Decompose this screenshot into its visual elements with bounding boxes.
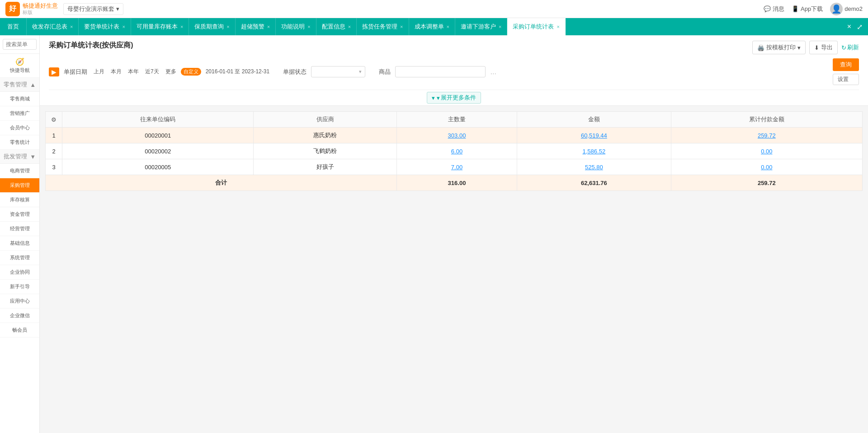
tab-invite-downstream[interactable]: 邀请下游客户 × [455, 18, 507, 35]
cell-amount[interactable]: 1,586.52 [517, 143, 671, 159]
top-bar-right: 💬 消息 📱 App下载 👤 demo2 [764, 3, 863, 15]
cell-code: 00020005 [62, 159, 254, 175]
tab-picking-task[interactable]: 拣货任务管理 × [357, 18, 409, 35]
table-header-row: ⚙ 往来单位编码 供应商 主数量 金额 累计付款金额 [46, 112, 863, 128]
close-icon[interactable]: × [267, 24, 270, 29]
sidebar-item-marketing[interactable]: 营销推广 [0, 106, 39, 121]
sidebar: 🧭 快捷导航 零售管理 ▲ 零售商城 营销推广 会员中心 零售统计 批发管理 ▼… [0, 35, 40, 433]
sidebar-item-sys-mgmt[interactable]: 系统管理 [0, 251, 39, 265]
table-row: 2 00020002 飞鹤奶粉 6.00 1,586.52 0.00 [46, 143, 863, 159]
main-layout: 🧭 快捷导航 零售管理 ▲ 零售商城 营销推广 会员中心 零售统计 批发管理 ▼… [0, 35, 868, 433]
goods-input[interactable] [395, 66, 486, 77]
sidebar-item-ecommerce-mgmt[interactable]: 电商管理 [0, 164, 39, 178]
cell-paid-amount[interactable]: 259.72 [671, 128, 862, 143]
tab-config-info[interactable]: 配置信息 × [316, 18, 357, 35]
arrow-icon: ▲ [30, 81, 36, 88]
tab-available-stock[interactable]: 可用量库存账本 × [131, 18, 189, 35]
page-header: 采购订单统计表(按供应商) 🖨️ 按模板打印 ▾ ⬇ 导出 ↻ 刷新 [40, 35, 868, 106]
sidebar-item-retail-mall[interactable]: 零售商城 [0, 92, 39, 106]
cell-quantity[interactable]: 6.00 [396, 143, 517, 159]
close-icon[interactable]: × [226, 24, 229, 29]
maximize-button[interactable]: ⤢ [855, 23, 864, 31]
query-button[interactable]: 查询 [833, 58, 859, 71]
cell-quantity[interactable]: 303.00 [396, 128, 517, 143]
sidebar-item-quick-nav[interactable]: 🧭 快捷导航 [0, 54, 39, 78]
sidebar-item-wholesale-mgmt[interactable]: 批发管理 ▼ [0, 150, 39, 164]
sidebar-item-finance-mgmt[interactable]: 资金管理 [0, 207, 39, 222]
data-table: ⚙ 往来单位编码 供应商 主数量 金额 累计付款金额 1 00020001 惠氏… [45, 111, 863, 191]
nav-tabs-actions: × ⤢ [845, 23, 868, 31]
refresh-button[interactable]: ↻ 刷新 [841, 43, 859, 52]
cell-supplier: 飞鹤奶粉 [254, 143, 397, 159]
expand-more-button[interactable]: ▾ ▾ 展开更多条件 [427, 92, 481, 104]
close-icon[interactable]: × [70, 24, 73, 29]
cell-code: 00020001 [62, 128, 254, 143]
close-icon[interactable]: × [307, 24, 310, 29]
export-button[interactable]: ⬇ 导出 [809, 41, 838, 54]
sidebar-item-vip[interactable]: 畅会员 [0, 323, 39, 338]
close-icon[interactable]: × [180, 24, 183, 29]
footer-label: 合计 [46, 175, 397, 191]
chevron-down-icon: ▾ [116, 5, 119, 12]
status-select[interactable] [311, 66, 365, 77]
table-footer-row: 合计 316.00 62,631.76 259.72 [46, 175, 863, 191]
sidebar-item-member-center[interactable]: 会员中心 [0, 121, 39, 135]
tab-cost-adjust[interactable]: 成本调整单 × [409, 18, 455, 35]
filter-toggle-button[interactable]: ▶ [49, 67, 59, 76]
tab-purchase-order-summary[interactable]: 采购订单统计表 × [507, 18, 565, 35]
sidebar-item-purchase-mgmt[interactable]: 采购管理 [0, 178, 39, 193]
top-bar: 好 畅捷通好生意 标版 母婴行业演示账套 ▾ 💬 消息 📱 App下载 👤 de… [0, 0, 868, 18]
tab-home[interactable]: 首页 [0, 18, 27, 35]
cell-amount[interactable]: 60,519.44 [517, 128, 671, 143]
sidebar-item-ops-mgmt[interactable]: 经营管理 [0, 222, 39, 236]
cell-paid-amount[interactable]: 0.00 [671, 159, 862, 175]
sidebar-item-retail-stats[interactable]: 零售统计 [0, 135, 39, 150]
col-supplier: 供应商 [254, 112, 397, 128]
logo: 好 畅捷通好生意 标版 [5, 2, 58, 16]
date-range-text: 2016-01-01 至 2023-12-31 [206, 68, 269, 76]
date-more[interactable]: 更多 [164, 67, 178, 76]
tab-purchase-summary[interactable]: 要货单统计表 × [79, 18, 131, 35]
close-icon[interactable]: × [447, 24, 449, 29]
col-settings[interactable]: ⚙ [46, 112, 62, 128]
tab-overstock-alert[interactable]: 超储预警 × [236, 18, 276, 35]
close-icon[interactable]: × [348, 24, 351, 29]
sidebar-item-inventory-check[interactable]: 库存核算 [0, 193, 39, 207]
cell-paid-amount[interactable]: 0.00 [671, 143, 862, 159]
cell-quantity[interactable]: 7.00 [396, 159, 517, 175]
user-menu[interactable]: 👤 demo2 [830, 3, 863, 15]
goods-more-icon[interactable]: … [490, 68, 496, 76]
close-all-button[interactable]: × [845, 23, 853, 31]
arrow-icon: ▼ [30, 153, 36, 160]
message-button[interactable]: 💬 消息 [764, 5, 784, 13]
settings-button[interactable]: 设置 [833, 74, 859, 85]
col-paid-amount: 累计付款金额 [671, 112, 862, 128]
close-icon[interactable]: × [400, 24, 403, 29]
tab-receive-summary[interactable]: 收发存汇总表 × [27, 18, 79, 35]
close-icon[interactable]: × [499, 24, 501, 29]
date-last-7-days[interactable]: 近7天 [143, 67, 161, 76]
nav-tabs: 首页 收发存汇总表 × 要货单统计表 × 可用量库存账本 × 保质期查询 × 超… [0, 18, 868, 35]
date-last-month[interactable]: 上月 [92, 67, 106, 76]
close-icon[interactable]: × [122, 24, 125, 29]
export-icon: ⬇ [814, 44, 819, 51]
search-input[interactable] [3, 39, 37, 50]
tab-expiry-query[interactable]: 保质期查询 × [189, 18, 235, 35]
cell-supplier: 惠氏奶粉 [254, 128, 397, 143]
footer-paid-amount: 259.72 [671, 175, 862, 191]
sidebar-item-enterprise-wechat[interactable]: 企业微信 [0, 309, 39, 323]
sidebar-item-app-center[interactable]: 应用中心 [0, 294, 39, 309]
workspace-selector[interactable]: 母婴行业演示账套 ▾ [63, 3, 123, 15]
date-this-year[interactable]: 本年 [126, 67, 141, 76]
close-icon[interactable]: × [557, 24, 559, 29]
sidebar-item-new-guide[interactable]: 新手引导 [0, 280, 39, 294]
sidebar-item-basic-info[interactable]: 基础信息 [0, 236, 39, 251]
app-download-button[interactable]: 📱 App下载 [792, 5, 823, 13]
cell-amount[interactable]: 525.80 [517, 159, 671, 175]
date-this-month[interactable]: 本月 [109, 67, 123, 76]
print-button[interactable]: 🖨️ 按模板打印 ▾ [752, 41, 806, 54]
sidebar-item-enterprise-collab[interactable]: 企业协同 [0, 265, 39, 280]
sidebar-item-retail-mgmt[interactable]: 零售管理 ▲ [0, 78, 39, 92]
table-row: 1 00020001 惠氏奶粉 303.00 60,519.44 259.72 [46, 128, 863, 143]
tab-function-desc[interactable]: 功能说明 × [276, 18, 316, 35]
